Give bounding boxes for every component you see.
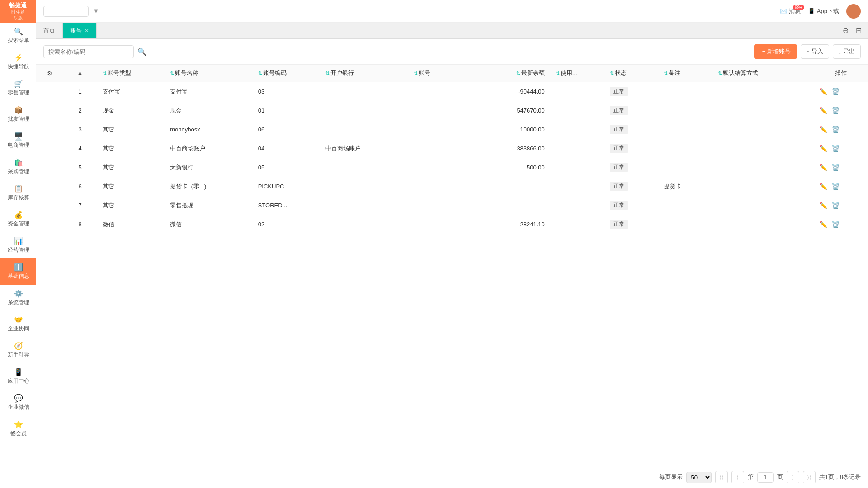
system-icon: ⚙️ bbox=[14, 289, 23, 298]
sidebar-item-wholesale[interactable]: 📦 批发管理 bbox=[0, 101, 36, 127]
sidebar-item-quick-nav[interactable]: ⚡ 快捷导航 bbox=[0, 49, 36, 75]
notification-button[interactable]: ✉️ 消息 99+ bbox=[780, 7, 801, 15]
delete-icon[interactable]: 🗑️ bbox=[831, 126, 840, 134]
edit-icon[interactable]: ✏️ bbox=[819, 164, 828, 172]
sidebar-item-app-center[interactable]: 📱 应用中心 bbox=[0, 363, 36, 389]
edit-icon[interactable]: ✏️ bbox=[819, 126, 828, 134]
col-type[interactable]: ⇅账号类型 bbox=[97, 65, 165, 82]
sidebar-item-inventory[interactable]: 📋 库存核算 bbox=[0, 180, 36, 206]
prev-page-button[interactable]: ⟨ bbox=[731, 471, 744, 483]
sidebar-item-new-guide[interactable]: 🧭 新手引导 bbox=[0, 337, 36, 363]
row-actions: ✏️ 🗑️ bbox=[814, 215, 868, 234]
row-bank bbox=[320, 215, 408, 234]
edit-icon[interactable]: ✏️ bbox=[819, 107, 828, 115]
tab-close-icon[interactable]: ✕ bbox=[85, 28, 89, 34]
row-name: moneybosx bbox=[165, 120, 252, 139]
row-type: 其它 bbox=[97, 177, 165, 196]
col-usage[interactable]: ⇅使用... bbox=[550, 65, 604, 82]
next-page-button[interactable]: ⟩ bbox=[787, 471, 799, 483]
row-type: 其它 bbox=[97, 158, 165, 177]
sidebar-item-enterprise-agreement[interactable]: 🤝 企业协同 bbox=[0, 311, 36, 337]
edit-icon[interactable]: ✏️ bbox=[819, 183, 828, 191]
delete-icon[interactable]: 🗑️ bbox=[831, 202, 840, 210]
sidebar-item-label: 库存核算 bbox=[8, 194, 29, 202]
edit-icon[interactable]: ✏️ bbox=[819, 88, 828, 96]
sidebar-item-label: 企业协同 bbox=[8, 325, 29, 333]
col-settings[interactable]: ⚙ bbox=[36, 65, 63, 82]
delete-icon[interactable]: 🗑️ bbox=[831, 145, 840, 153]
sidebar-item-vip-member[interactable]: ⭐ 畅会员 bbox=[0, 416, 36, 442]
sidebar-item-enterprise-wechat[interactable]: 💬 企业微信 bbox=[0, 389, 36, 416]
dropdown-icon[interactable]: ▼ bbox=[93, 8, 99, 14]
row-num: 1 bbox=[63, 82, 97, 101]
last-page-button[interactable]: ⟩⟩ bbox=[803, 471, 816, 483]
col-code[interactable]: ⇅账号编码 bbox=[253, 65, 321, 82]
import-button[interactable]: ↑ 导入 bbox=[801, 44, 829, 59]
sidebar-item-ecommerce[interactable]: 🖥️ 电商管理 bbox=[0, 127, 36, 154]
row-balance: 10000.00 bbox=[476, 120, 550, 139]
ecommerce-icon: 🖥️ bbox=[14, 132, 23, 141]
delete-icon[interactable]: 🗑️ bbox=[831, 107, 840, 115]
edit-icon[interactable]: ✏️ bbox=[819, 202, 828, 210]
status-badge: 正常 bbox=[610, 125, 628, 134]
sidebar-item-search-menu[interactable]: 🔍 搜索菜单 bbox=[0, 23, 36, 49]
col-remark[interactable]: ⇅备注 bbox=[658, 65, 712, 82]
sidebar-item-basic-info[interactable]: ℹ️ 基础信息 bbox=[0, 258, 36, 285]
row-bank bbox=[320, 158, 408, 177]
sidebar-item-finance[interactable]: 💰 资金管理 bbox=[0, 206, 36, 232]
col-status[interactable]: ⇅状态 bbox=[604, 65, 659, 82]
row-remark bbox=[658, 101, 712, 120]
notification-badge: 99+ bbox=[793, 5, 804, 10]
top-search-input[interactable] bbox=[43, 6, 89, 17]
sidebar-item-system[interactable]: ⚙️ 系统管理 bbox=[0, 285, 36, 311]
status-badge: 正常 bbox=[610, 87, 628, 96]
page-size-select[interactable]: 50 100 200 bbox=[686, 472, 712, 483]
vip-member-icon: ⭐ bbox=[14, 420, 23, 429]
search-button[interactable]: 🔍 bbox=[137, 47, 146, 56]
row-name: 中百商场账户 bbox=[165, 139, 252, 158]
row-bank bbox=[320, 82, 408, 101]
avatar[interactable] bbox=[846, 4, 861, 19]
add-account-button[interactable]: + 新增账号 bbox=[754, 44, 797, 59]
row-num: 2 bbox=[63, 101, 97, 120]
edit-icon[interactable]: ✏️ bbox=[819, 145, 828, 153]
col-name[interactable]: ⇅账号名称 bbox=[165, 65, 252, 82]
col-account[interactable]: ⇅账号 bbox=[408, 65, 476, 82]
row-settings bbox=[36, 101, 63, 120]
delete-icon[interactable]: 🗑️ bbox=[831, 221, 840, 229]
sidebar-item-label: 资金管理 bbox=[8, 220, 29, 228]
search-input[interactable] bbox=[43, 45, 134, 58]
delete-icon[interactable]: 🗑️ bbox=[831, 88, 840, 96]
row-status: 正常 bbox=[604, 82, 659, 101]
tab-minimize-button[interactable]: ⊖ bbox=[840, 25, 851, 36]
row-status: 正常 bbox=[604, 120, 659, 139]
purchase-icon: 🛍️ bbox=[14, 158, 23, 167]
col-settle[interactable]: ⇅默认结算方式 bbox=[712, 65, 814, 82]
sidebar-item-operations[interactable]: 📊 经营管理 bbox=[0, 232, 36, 258]
tab-maximize-button[interactable]: ⊞ bbox=[853, 25, 864, 36]
first-page-button[interactable]: ⟨⟨ bbox=[715, 471, 728, 483]
tab-home[interactable]: 首页 bbox=[36, 23, 63, 38]
app-download-button[interactable]: 📱 App下载 bbox=[808, 7, 839, 15]
sidebar-item-purchase[interactable]: 🛍️ 采购管理 bbox=[0, 154, 36, 180]
table-row: 2 现金 现金 01 547670.00 正常 ✏️ 🗑️ bbox=[36, 101, 868, 120]
sidebar-item-label: 新手引导 bbox=[8, 351, 29, 359]
col-bank[interactable]: ⇅开户银行 bbox=[320, 65, 408, 82]
table-row: 5 其它 大新银行 05 500.00 正常 ✏️ 🗑️ bbox=[36, 158, 868, 177]
tab-account[interactable]: 账号 ✕ bbox=[63, 23, 97, 38]
table-row: 4 其它 中百商场账户 04 中百商场账户 383866.00 正常 ✏️ 🗑️ bbox=[36, 139, 868, 158]
export-button[interactable]: ↓ 导出 bbox=[833, 44, 861, 59]
row-num: 8 bbox=[63, 215, 97, 234]
col-balance[interactable]: ⇅最新余额 bbox=[476, 65, 550, 82]
row-status: 正常 bbox=[604, 101, 659, 120]
delete-icon[interactable]: 🗑️ bbox=[831, 183, 840, 191]
delete-icon[interactable]: 🗑️ bbox=[831, 164, 840, 172]
row-settle bbox=[712, 177, 814, 196]
row-account bbox=[408, 158, 476, 177]
edit-icon[interactable]: ✏️ bbox=[819, 221, 828, 229]
row-name: 零售抵现 bbox=[165, 196, 252, 215]
top-header: ▼ ✉️ 消息 99+ 📱 App下载 bbox=[36, 0, 868, 23]
row-account bbox=[408, 215, 476, 234]
page-number-input[interactable] bbox=[757, 472, 774, 483]
sidebar-item-retail[interactable]: 🛒 零售管理 bbox=[0, 75, 36, 101]
